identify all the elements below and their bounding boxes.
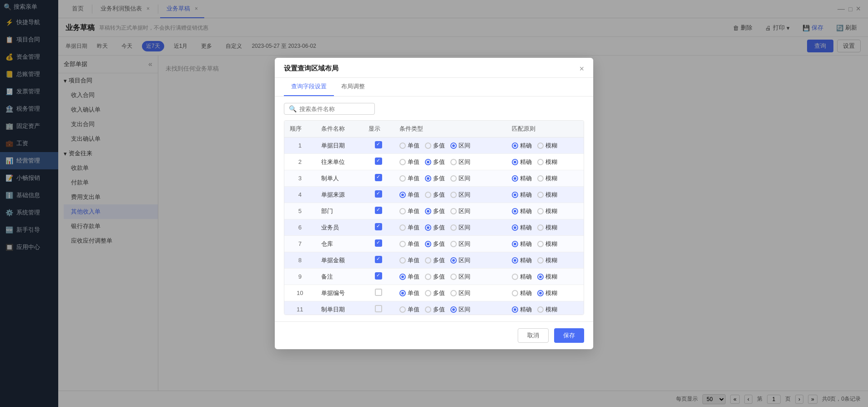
radio-range-1[interactable]: 区间	[450, 142, 470, 150]
checkbox-show-10[interactable]	[375, 289, 382, 296]
cell-match-2: 精确模糊	[506, 154, 584, 170]
radio-match-exact-2[interactable]: 精确	[512, 158, 532, 166]
checkbox-show-5[interactable]	[375, 207, 382, 214]
modal-tab-layout-settings[interactable]: 布局调整	[334, 78, 372, 96]
radio-multiple-10[interactable]: 多值	[425, 289, 445, 297]
radio-single-6[interactable]: 单值	[399, 224, 419, 232]
radio-range-6[interactable]: 区间	[450, 224, 470, 232]
radio-match-exact-6[interactable]: 精确	[512, 224, 532, 232]
radio-match-exact-5[interactable]: 精确	[512, 207, 532, 215]
radio-match-exact-9[interactable]: 精确	[512, 273, 532, 281]
radio-match-exact-1[interactable]: 精确	[512, 142, 532, 150]
radio-match-fuzzy-8[interactable]: 模糊	[537, 256, 557, 265]
cell-order-8: 8	[284, 252, 316, 269]
radio-multiple-9[interactable]: 多值	[425, 273, 445, 281]
th-condition-type: 条件类型	[394, 121, 506, 137]
cell-condition-5: 单值多值区间	[394, 203, 506, 219]
modal-overlay: 设置查询区域布局 × 查询字段设置 布局调整 🔍 顺序 条件名称	[0, 0, 868, 407]
radio-multiple-11[interactable]: 多值	[425, 305, 445, 314]
cell-match-5: 精确模糊	[506, 203, 584, 219]
checkbox-show-1[interactable]	[375, 141, 382, 148]
cell-order-11: 11	[284, 301, 316, 315]
radio-match-fuzzy-2[interactable]: 模糊	[537, 158, 557, 166]
table-row: 7仓库单值多值区间精确模糊	[284, 236, 584, 252]
table-row: 10单据编号单值多值区间精确模糊	[284, 285, 584, 301]
radio-range-2[interactable]: 区间	[450, 158, 470, 166]
radio-range-9[interactable]: 区间	[450, 273, 470, 281]
radio-single-4[interactable]: 单值	[399, 191, 419, 199]
radio-single-1[interactable]: 单值	[399, 142, 419, 150]
cell-order-4: 4	[284, 187, 316, 203]
radio-match-exact-7[interactable]: 精确	[512, 240, 532, 248]
radio-match-fuzzy-5[interactable]: 模糊	[537, 207, 557, 215]
modal-tab-field-settings[interactable]: 查询字段设置	[284, 78, 334, 96]
checkbox-show-6[interactable]	[375, 223, 382, 230]
radio-single-9[interactable]: 单值	[399, 273, 419, 281]
radio-match-fuzzy-11[interactable]: 模糊	[537, 305, 557, 314]
modal-footer: 取消 保存	[275, 321, 593, 349]
radio-match-exact-3[interactable]: 精确	[512, 174, 532, 183]
cell-show-6	[363, 219, 394, 236]
save-button[interactable]: 保存	[554, 328, 584, 343]
radio-match-fuzzy-7[interactable]: 模糊	[537, 240, 557, 248]
radio-match-fuzzy-4[interactable]: 模糊	[537, 191, 557, 199]
radio-multiple-7[interactable]: 多值	[425, 240, 445, 248]
radio-single-5[interactable]: 单值	[399, 207, 419, 215]
radio-match-fuzzy-10[interactable]: 模糊	[537, 289, 557, 297]
radio-match-exact-10[interactable]: 精确	[512, 289, 532, 297]
checkbox-show-8[interactable]	[375, 256, 382, 263]
radio-match-exact-4[interactable]: 精确	[512, 191, 532, 199]
radio-range-4[interactable]: 区间	[450, 191, 470, 199]
modal-table-wrap: 顺序 条件名称 显示 条件类型 匹配原则 1单据日期单值多值区间精确模糊2往来单…	[284, 120, 584, 315]
radio-range-5[interactable]: 区间	[450, 207, 470, 215]
table-row: 9备注单值多值区间精确模糊	[284, 269, 584, 285]
checkbox-show-7[interactable]	[375, 239, 382, 247]
cell-show-7	[363, 236, 394, 252]
modal-dialog: 设置查询区域布局 × 查询字段设置 布局调整 🔍 顺序 条件名称	[275, 58, 593, 349]
radio-multiple-3[interactable]: 多值	[425, 174, 445, 183]
radio-multiple-2[interactable]: 多值	[425, 158, 445, 166]
radio-match-exact-11[interactable]: 精确	[512, 305, 532, 314]
cancel-button[interactable]: 取消	[518, 328, 549, 343]
radio-multiple-6[interactable]: 多值	[425, 224, 445, 232]
radio-multiple-4[interactable]: 多值	[425, 191, 445, 199]
checkbox-show-2[interactable]	[375, 158, 382, 165]
radio-match-fuzzy-1[interactable]: 模糊	[537, 142, 557, 150]
radio-match-fuzzy-3[interactable]: 模糊	[537, 174, 557, 183]
radio-single-3[interactable]: 单值	[399, 174, 419, 183]
radio-single-11[interactable]: 单值	[399, 305, 419, 314]
radio-multiple-5[interactable]: 多值	[425, 207, 445, 215]
modal-search-input[interactable]	[299, 106, 372, 112]
radio-single-2[interactable]: 单值	[399, 158, 419, 166]
radio-match-exact-8[interactable]: 精确	[512, 256, 532, 265]
radio-range-11[interactable]: 区间	[450, 305, 470, 314]
cell-condition-7: 单值多值区间	[394, 236, 506, 252]
radio-multiple-1[interactable]: 多值	[425, 142, 445, 150]
radio-single-10[interactable]: 单值	[399, 289, 419, 297]
cell-show-5	[363, 203, 394, 219]
radio-match-fuzzy-6[interactable]: 模糊	[537, 224, 557, 232]
cell-match-3: 精确模糊	[506, 170, 584, 187]
checkbox-show-4[interactable]	[375, 190, 382, 198]
radio-single-7[interactable]: 单值	[399, 240, 419, 248]
cell-name-3: 制单人	[316, 170, 363, 187]
table-row: 4单据来源单值多值区间精确模糊	[284, 187, 584, 203]
radio-range-8[interactable]: 区间	[450, 256, 470, 265]
radio-match-fuzzy-9[interactable]: 模糊	[537, 273, 557, 281]
radio-single-8[interactable]: 单值	[399, 256, 419, 265]
cell-name-10: 单据编号	[316, 285, 363, 301]
modal-close-btn[interactable]: ×	[579, 65, 584, 73]
cell-match-10: 精确模糊	[506, 285, 584, 301]
radio-range-10[interactable]: 区间	[450, 289, 470, 297]
table-row: 8单据金额单值多值区间精确模糊	[284, 252, 584, 269]
radio-multiple-8[interactable]: 多值	[425, 256, 445, 265]
cell-name-8: 单据金额	[316, 252, 363, 269]
checkbox-show-11[interactable]	[375, 305, 382, 312]
checkbox-show-3[interactable]	[375, 174, 382, 181]
cell-name-6: 业务员	[316, 219, 363, 236]
radio-range-7[interactable]: 区间	[450, 240, 470, 248]
th-name: 条件名称	[316, 121, 363, 137]
table-row: 1单据日期单值多值区间精确模糊	[284, 137, 584, 154]
checkbox-show-9[interactable]	[375, 272, 382, 280]
radio-range-3[interactable]: 区间	[450, 174, 470, 183]
